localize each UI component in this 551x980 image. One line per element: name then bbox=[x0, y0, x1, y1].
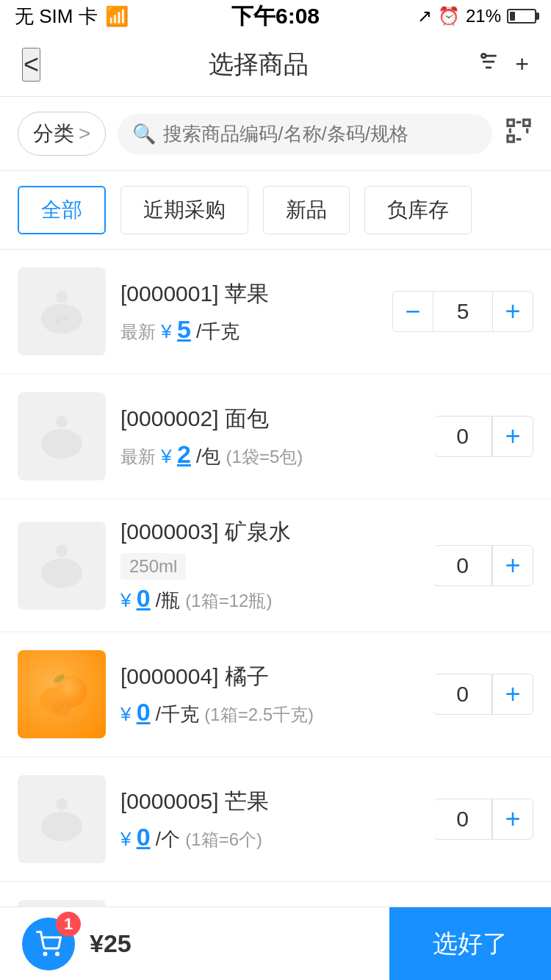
qty-control-0000003: + bbox=[433, 545, 533, 586]
tab-recent[interactable]: 近期采购 bbox=[120, 186, 248, 234]
cart-icon bbox=[35, 931, 62, 957]
battery-percent: 21% bbox=[466, 6, 501, 26]
category-button[interactable]: 分类 > bbox=[18, 112, 106, 156]
product-price-0000004: ¥ 0 /千克 (1箱=2.5千克) bbox=[120, 698, 419, 727]
search-input[interactable] bbox=[163, 123, 478, 145]
bottom-bar: 1 ¥25 选好了 bbox=[0, 907, 551, 980]
status-left: 无 SIM 卡 📶 bbox=[15, 4, 129, 29]
qty-plus-0000004[interactable]: + bbox=[492, 674, 533, 715]
product-thumb-0000001: 智十 bbox=[18, 267, 106, 356]
product-info-0000001: [0000001] 苹果 最新 ¥ 5 /千克 bbox=[120, 279, 378, 345]
product-spec-0000003: 250ml bbox=[120, 553, 186, 580]
alarm-icon: ⏰ bbox=[438, 6, 460, 26]
category-label: 分类 bbox=[33, 120, 74, 148]
product-name-0000003: [0000003] 矿泉水 bbox=[120, 517, 419, 547]
status-bar: 无 SIM 卡 📶 下午6:08 ↗ ⏰ 21% bbox=[0, 0, 551, 32]
svg-point-24 bbox=[41, 812, 82, 841]
product-price-0000002: 最新 ¥ 2 /包 (1袋=5包) bbox=[120, 440, 419, 469]
page-title: 选择商品 bbox=[209, 48, 309, 82]
battery-icon bbox=[507, 9, 536, 24]
tab-all[interactable]: 全部 bbox=[18, 186, 106, 234]
product-info-0000004: [0000004] 橘子 ¥ 0 /千克 (1箱=2.5千克) bbox=[120, 662, 419, 727]
product-item-0000002: [0000002] 面包 最新 ¥ 2 /包 (1袋=5包) + bbox=[0, 375, 551, 498]
qty-plus-0000001[interactable]: + bbox=[492, 291, 533, 332]
product-thumb-0000005 bbox=[18, 775, 106, 863]
product-thumb-0000002 bbox=[18, 392, 106, 480]
cart-total: ¥25 bbox=[90, 929, 132, 958]
svg-rect-6 bbox=[508, 136, 514, 142]
search-icon: 🔍 bbox=[132, 123, 156, 145]
product-price-0000005: ¥ 0 /个 (1箱=6个) bbox=[120, 823, 419, 852]
product-name-0000004: [0000004] 橘子 bbox=[120, 662, 419, 692]
qty-control-0000002: + bbox=[433, 416, 533, 457]
svg-rect-4 bbox=[508, 120, 514, 126]
filter-bar: 分类 > 🔍 bbox=[0, 97, 551, 171]
add-icon[interactable]: + bbox=[515, 51, 529, 78]
product-item-0000003: [0000003] 矿泉水 250ml ¥ 0 /瓶 (1箱=12瓶) + bbox=[0, 500, 551, 631]
product-price-0000001: 最新 ¥ 5 /千克 bbox=[120, 315, 378, 345]
qty-minus-0000001[interactable]: − bbox=[392, 291, 433, 332]
product-name-0000002: [0000002] 面包 bbox=[120, 404, 419, 434]
product-item-0000005: [0000005] 芒果 ¥ 0 /个 (1箱=6个) + bbox=[0, 757, 551, 881]
product-name-0000005: [0000005] 芒果 bbox=[120, 787, 419, 817]
svg-rect-5 bbox=[524, 120, 530, 126]
qty-plus-0000002[interactable]: + bbox=[492, 416, 533, 457]
product-item-0000004: [0000004] 橘子 ¥ 0 /千克 (1箱=2.5千克) + bbox=[0, 633, 551, 756]
svg-point-30 bbox=[57, 953, 59, 955]
category-chevron: > bbox=[79, 122, 90, 145]
svg-point-15 bbox=[41, 429, 82, 458]
product-info-0000003: [0000003] 矿泉水 250ml ¥ 0 /瓶 (1箱=12瓶) bbox=[120, 517, 419, 613]
location-icon: ↗ bbox=[417, 6, 432, 26]
svg-point-11 bbox=[56, 291, 68, 303]
svg-point-29 bbox=[44, 953, 46, 955]
product-info-0000005: [0000005] 芒果 ¥ 0 /个 (1箱=6个) bbox=[120, 787, 419, 852]
nav-actions: + bbox=[477, 50, 529, 79]
status-time: 下午6:08 bbox=[231, 1, 320, 32]
filter-icon[interactable] bbox=[477, 50, 500, 79]
qty-input-0000001[interactable] bbox=[433, 291, 492, 332]
tab-negative[interactable]: 负库存 bbox=[364, 186, 472, 234]
product-list: 智十 [0000001] 苹果 最新 ¥ 5 /千克 − + bbox=[0, 250, 551, 980]
back-button[interactable]: < bbox=[22, 48, 40, 82]
product-price-0000003: ¥ 0 /瓶 (1箱=12瓶) bbox=[120, 584, 419, 613]
qty-input-0000002[interactable] bbox=[433, 416, 492, 457]
product-name-0000001: [0000001] 苹果 bbox=[120, 279, 378, 309]
svg-point-16 bbox=[56, 545, 68, 557]
scan-icon[interactable] bbox=[504, 116, 533, 151]
tab-new[interactable]: 新品 bbox=[263, 186, 350, 234]
wifi-icon: 📶 bbox=[105, 5, 129, 28]
cart-icon-wrap[interactable]: 1 bbox=[22, 918, 75, 970]
qty-input-0000005[interactable] bbox=[433, 799, 492, 840]
product-info-0000002: [0000002] 面包 最新 ¥ 2 /包 (1袋=5包) bbox=[120, 404, 419, 469]
qty-plus-0000003[interactable]: + bbox=[492, 545, 533, 586]
cart-area: 1 ¥25 bbox=[0, 918, 154, 970]
svg-point-17 bbox=[41, 558, 82, 588]
svg-point-3 bbox=[482, 54, 486, 57]
cart-badge: 1 bbox=[56, 912, 81, 937]
confirm-button[interactable]: 选好了 bbox=[389, 907, 551, 981]
search-box: 🔍 bbox=[118, 114, 492, 154]
svg-point-14 bbox=[56, 416, 68, 428]
qty-input-0000003[interactable] bbox=[433, 545, 492, 586]
qty-control-0000001: − + bbox=[392, 291, 533, 332]
status-right: ↗ ⏰ 21% bbox=[417, 6, 536, 26]
product-thumb-0000004 bbox=[18, 650, 106, 738]
tab-bar: 全部 近期采购 新品 负库存 bbox=[0, 171, 551, 250]
qty-plus-0000005[interactable]: + bbox=[492, 799, 533, 840]
product-thumb-0000003 bbox=[18, 522, 106, 610]
product-item-0000001: 智十 [0000001] 苹果 最新 ¥ 5 /千克 − + bbox=[0, 250, 551, 373]
svg-point-21 bbox=[52, 700, 72, 716]
qty-input-0000004[interactable] bbox=[433, 674, 492, 715]
svg-text:智十: 智十 bbox=[54, 316, 69, 324]
qty-control-0000004: + bbox=[433, 674, 533, 715]
svg-point-23 bbox=[56, 799, 68, 810]
qty-control-0000005: + bbox=[433, 799, 533, 840]
carrier-text: 无 SIM 卡 bbox=[15, 4, 98, 29]
nav-bar: < 选择商品 + bbox=[0, 32, 551, 97]
